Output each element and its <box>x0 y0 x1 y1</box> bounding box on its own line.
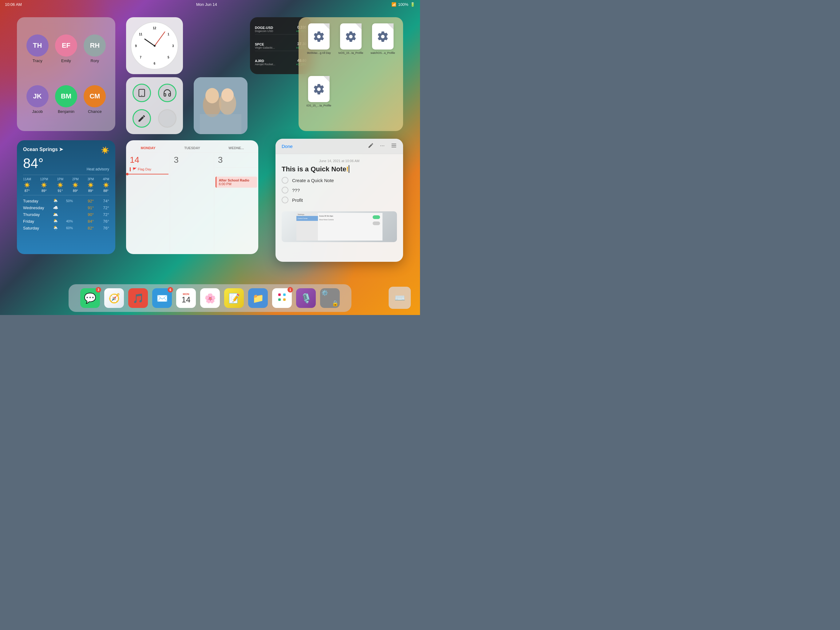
clock-num-5: 5 <box>167 56 169 59</box>
file-name-2: tvOS_15...ta_Profile <box>338 51 363 54</box>
quick-note-widget: Done ··· June 14, 2021 at 10:06 AM This … <box>275 139 403 262</box>
dock-slack[interactable]: 1 <box>272 288 292 308</box>
cal-event-flagday: 🚩 Flag Day <box>130 167 166 171</box>
note-item-3: Profit <box>282 196 397 203</box>
svg-rect-8 <box>392 144 396 144</box>
control-empty[interactable] <box>158 109 177 128</box>
weather-advisory: Heat advisory <box>87 167 109 171</box>
contact-name-jacob: Jacob <box>32 109 43 114</box>
battery-icon: 🔋 <box>410 2 415 7</box>
svg-text:Access 90 Sim Apps: Access 90 Sim Apps <box>319 215 333 217</box>
svg-point-7 <box>221 88 234 102</box>
status-date: Mon Jun 14 <box>196 2 217 7</box>
note-checkbox-3[interactable] <box>282 196 288 203</box>
dock-podcasts[interactable]: 🎙️ <box>296 288 316 308</box>
cal-col-monday: 14 🚩 Flag Day <box>126 153 170 254</box>
weather-daily: Tuesday 🌦️ 50% 92° 74° Wednesday ☁️ 91° … <box>23 198 109 230</box>
file-item-4[interactable]: iOS_15_...ta_Profile <box>305 76 333 125</box>
contact-emily[interactable]: EFEmily <box>55 35 77 63</box>
clock-face: 12 1 3 5 6 7 9 11 <box>131 22 178 70</box>
file-item-3[interactable]: watchOS...a_Profile <box>369 24 397 72</box>
widgets-container: THTracyEFEmilyRHRoryJKJacobBMBenjaminCMC… <box>17 11 403 284</box>
keyboard-icon: ⌨️ <box>395 293 405 303</box>
cal-date-14: 14 <box>127 154 169 166</box>
ipad-icon <box>137 89 146 97</box>
svg-point-1 <box>141 95 142 96</box>
note-done-button[interactable]: Done <box>282 144 293 149</box>
file-name-1: 9to5Mac...g All Day <box>307 51 331 54</box>
calendar-widget: MONDAY TUESDAY WEDNE... 14 🚩 Flag Day 3 … <box>126 140 258 254</box>
weather-day-tuesday: Tuesday 🌦️ 50% 92° 74° <box>23 198 109 203</box>
contact-chance[interactable]: CMChance <box>84 85 106 114</box>
control-headphones[interactable] <box>158 84 177 102</box>
dock-music[interactable]: 🎵 <box>128 288 148 308</box>
dock-safari[interactable]: 🧭 <box>104 288 124 308</box>
gear-icon <box>313 30 325 43</box>
svg-text:Settings: Settings <box>298 214 305 215</box>
stock-symbol-ajrd: AJRD <box>255 59 275 63</box>
mail-badge: 6 <box>167 287 173 293</box>
dock-calendar[interactable]: MON 14 <box>176 288 196 308</box>
note-item-2: ??? <box>282 187 397 193</box>
svg-text:Show Home Controls: Show Home Controls <box>319 219 334 220</box>
dock-files[interactable]: 📁 <box>248 288 268 308</box>
cal-event-afterschool[interactable]: After School Radio 6:00 PM <box>216 177 257 188</box>
battery-level: 100% <box>398 2 408 7</box>
control-ipad[interactable] <box>133 84 151 102</box>
note-date: June 14, 2021 at 10:06 AM <box>282 159 397 163</box>
weather-hour-11am: 11AM ☀️ 87° <box>23 177 31 193</box>
note-toolbar: Done ··· <box>275 139 403 154</box>
clock-num-3: 3 <box>172 44 174 47</box>
note-checkbox-2[interactable] <box>282 187 288 193</box>
contact-name-rory: Rory <box>91 59 99 63</box>
prefs-icon: ⚙️ <box>321 290 328 296</box>
note-item-text-3: Profit <box>292 198 303 203</box>
note-compose-icon[interactable] <box>368 142 374 150</box>
note-toolbar-icons: ··· <box>368 142 397 150</box>
contact-name-benjamin: Benjamin <box>58 109 74 114</box>
mail-icon: ✉️ <box>156 293 168 304</box>
dock-prefs-1pass[interactable]: ⚙️ 🔒 <box>320 288 340 308</box>
weather-hour-1pm: 1PM ☀️ 91° <box>57 177 63 193</box>
weather-header: Ocean Springs ➤ ☀️ <box>23 146 109 154</box>
messages-icon: 💬 <box>84 292 96 304</box>
note-more-icon[interactable]: ··· <box>380 142 385 150</box>
photo-widget <box>194 77 248 134</box>
dock: 💬 3 🧭 🎵 ✉️ 6 MON 14 🌸 📝 📁 <box>69 284 351 312</box>
control-pencil[interactable] <box>133 109 151 128</box>
cal-date-3b: 3 <box>216 154 257 166</box>
weather-hour-2pm: 2PM ☀️ 89° <box>72 177 79 193</box>
cal-col-wednesday: 3 After School Radio 6:00 PM <box>214 153 258 254</box>
notes-icon: 📝 <box>229 293 240 304</box>
clock-widget: 12 1 3 5 6 7 9 11 <box>126 17 183 74</box>
contact-tracy[interactable]: THTracy <box>27 35 49 63</box>
cal-date-3a: 3 <box>171 154 212 166</box>
dock-mail[interactable]: ✉️ 6 <box>152 288 172 308</box>
dock-notes[interactable]: 📝 <box>224 288 244 308</box>
contact-avatar-tracy: TH <box>27 35 49 57</box>
podcasts-icon: 🎙️ <box>300 293 312 304</box>
keyboard-button[interactable]: ⌨️ <box>388 287 411 309</box>
contact-name-chance: Chance <box>88 109 102 114</box>
messages-badge: 3 <box>96 287 101 293</box>
contact-jacob[interactable]: JKJacob <box>27 85 49 114</box>
dock-messages[interactable]: 💬 3 <box>80 288 100 308</box>
dock-photos[interactable]: 🌸 <box>200 288 220 308</box>
status-bar: 10:06 AM Mon Jun 14 📶 100% 🔋 <box>0 0 420 9</box>
note-list-icon[interactable] <box>391 142 397 150</box>
note-cursor-blink <box>349 165 349 173</box>
weather-hour-4pm: 4PM ☀️ 88° <box>103 177 109 193</box>
file-icon-2 <box>340 24 362 49</box>
controls-widget <box>126 77 183 134</box>
file-item-1[interactable]: 9to5Mac...g All Day <box>305 24 333 72</box>
contact-rory[interactable]: RHRory <box>84 35 106 63</box>
gear-icon-2 <box>345 30 357 43</box>
slack-badge: 1 <box>287 287 293 293</box>
note-checkbox-1[interactable] <box>282 177 288 184</box>
stock-name-ajrd: Aerojet Rocket... <box>255 63 275 66</box>
contact-avatar-benjamin: BM <box>55 85 77 108</box>
svg-rect-18 <box>373 215 380 219</box>
file-item-2[interactable]: tvOS_15...ta_Profile <box>337 24 365 72</box>
contact-benjamin[interactable]: BMBenjamin <box>55 85 77 114</box>
file-icon-4 <box>308 76 330 102</box>
